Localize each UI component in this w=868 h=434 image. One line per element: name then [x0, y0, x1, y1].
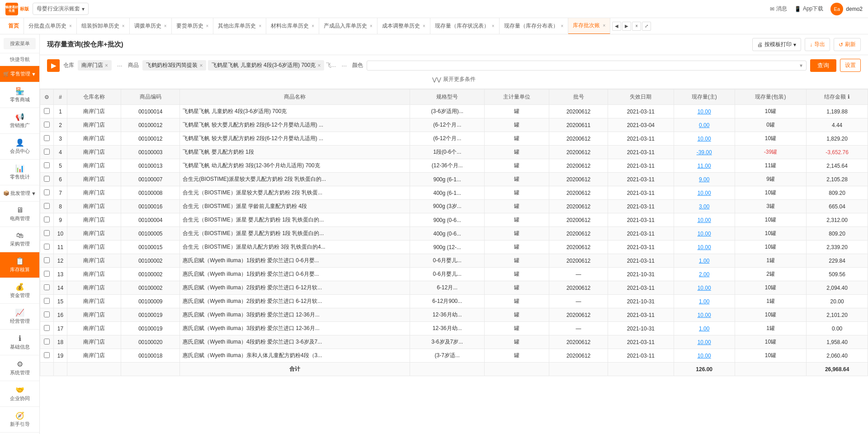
tab-close-all-button[interactable]: × [632, 22, 641, 31]
tab-组装拆卸单历史[interactable]: 组装拆卸单历史 × [77, 18, 130, 34]
user-area[interactable]: Ea demo2 [830, 3, 863, 15]
tab-现存量库存分布表[interactable]: 现存量（库存分布表） × [500, 18, 569, 34]
row-qty-main[interactable]: 10.00 [674, 308, 735, 322]
row-checkbox[interactable] [44, 162, 50, 168]
row-checkbox[interactable] [44, 230, 50, 236]
sidebar-item-marketing[interactable]: 📢 营销推广 [0, 108, 39, 134]
row-checkbox[interactable] [44, 108, 50, 114]
row-gear[interactable] [40, 254, 54, 268]
sidebar-item-corp[interactable]: 🤝 企业协同 [0, 381, 39, 407]
row-gear[interactable] [40, 200, 54, 213]
row-gear[interactable] [40, 173, 54, 186]
tab-产成品入库单历史[interactable]: 产成品入库单历史 × [319, 18, 377, 34]
tab-现存量库存状况表[interactable]: 现存量（库存状况表） × [430, 18, 500, 34]
row-checkbox[interactable] [44, 149, 50, 155]
row-qty-main[interactable]: 3.00 [674, 200, 735, 213]
row-checkbox[interactable] [44, 339, 50, 344]
tab-close-icon[interactable]: × [259, 24, 261, 28]
row-qty-main[interactable]: -39.00 [674, 146, 735, 159]
row-checkbox[interactable] [44, 284, 50, 290]
sidebar-item-basic[interactable]: ℹ 基础信息 [0, 330, 39, 355]
filter-expand-button[interactable]: ▶ [47, 59, 60, 72]
row-qty-main[interactable]: 10.00 [674, 349, 735, 363]
row-gear[interactable] [40, 281, 54, 295]
expand-more-button[interactable]: ⋁⋁ 展开更多条件 [47, 74, 861, 85]
row-qty-main[interactable]: 11.00 [674, 159, 735, 173]
tab-close-icon[interactable]: × [206, 24, 209, 28]
tab-close-icon[interactable]: × [69, 24, 72, 28]
settings-button[interactable]: 设置 [840, 59, 861, 72]
tab-成本调整单历史[interactable]: 成本调整单历史 × [377, 18, 430, 34]
tab-close-icon[interactable]: × [492, 24, 495, 28]
sidebar-item-inventory[interactable]: 📋 库存核算 [0, 252, 39, 278]
row-qty-main[interactable]: 10.00 [674, 213, 735, 227]
row-gear[interactable] [40, 105, 54, 118]
sidebar-item-stats[interactable]: 📊 零售统计 [0, 160, 39, 185]
template-print-button[interactable]: 🖨 按模板打印 ▾ [752, 38, 801, 51]
product-more-dots[interactable]: ··· [340, 62, 349, 69]
row-gear[interactable] [40, 146, 54, 159]
sidebar-item-purchase[interactable]: 🛍 采购管理 [0, 227, 39, 252]
row-qty-main[interactable]: 10.00 [674, 186, 735, 200]
sidebar-item-mall[interactable]: 🏪 零售商城 [0, 82, 39, 108]
row-checkbox[interactable] [44, 352, 50, 358]
warehouse-more[interactable]: ··· [115, 62, 124, 69]
row-qty-main[interactable]: 1.00 [674, 254, 735, 268]
org-selector[interactable]: 母婴行业演示账套 ▾ [33, 3, 89, 15]
tab-home[interactable]: 首页 [4, 18, 24, 34]
row-qty-main[interactable]: 0.00 [674, 118, 735, 132]
row-gear[interactable] [40, 227, 54, 241]
row-qty-main[interactable]: 10.00 [674, 105, 735, 118]
color-dropdown[interactable]: ▾ [367, 61, 807, 71]
tab-分批盘点单历史[interactable]: 分批盘点单历史 × [24, 18, 77, 34]
row-gear[interactable] [40, 308, 54, 322]
product-tag-close-0[interactable]: × [199, 62, 203, 69]
tab-调拨单历史[interactable]: 调拨单历史 × [130, 18, 172, 34]
export-button[interactable]: ↓ 导出 [805, 38, 830, 51]
row-checkbox[interactable] [44, 189, 50, 195]
tab-材料出库单历史[interactable]: 材料出库单历史 × [266, 18, 319, 34]
row-qty-main[interactable]: 10.00 [674, 241, 735, 254]
product-tag-close-1[interactable]: × [317, 62, 321, 69]
row-checkbox[interactable] [44, 217, 50, 222]
row-checkbox[interactable] [44, 176, 50, 182]
row-gear[interactable] [40, 241, 54, 254]
row-gear[interactable] [40, 349, 54, 363]
row-checkbox[interactable] [44, 203, 50, 209]
row-gear[interactable] [40, 132, 54, 146]
tab-要货单历史[interactable]: 要货单历史 × [172, 18, 214, 34]
row-checkbox[interactable] [44, 311, 50, 317]
row-checkbox[interactable] [44, 325, 50, 331]
row-qty-main[interactable]: 9.00 [674, 173, 735, 186]
tab-close-icon[interactable]: × [311, 24, 314, 28]
product-filter-more[interactable]: 飞... [326, 61, 336, 69]
row-qty-main[interactable]: 10.00 [674, 281, 735, 295]
messages-button[interactable]: ✉ 消息 [770, 5, 787, 13]
tab-close-icon[interactable]: × [370, 24, 373, 28]
sidebar-item-ecommerce[interactable]: 🖥 电商管理 [0, 202, 39, 227]
tab-库存批次账[interactable]: 库存批次账 × [568, 18, 610, 34]
row-qty-main[interactable]: 1.00 [674, 295, 735, 308]
row-checkbox[interactable] [44, 257, 50, 263]
row-checkbox[interactable] [44, 298, 50, 304]
tab-close-icon[interactable]: × [603, 23, 605, 28]
row-qty-main[interactable]: 1.00 [674, 322, 735, 335]
row-gear[interactable] [40, 186, 54, 200]
row-gear[interactable] [40, 118, 54, 132]
row-qty-main[interactable]: 2.00 [674, 268, 735, 281]
row-gear[interactable] [40, 213, 54, 227]
quick-nav-button[interactable]: 快捷导航 [0, 53, 39, 66]
search-menu-button[interactable]: 搜索菜单 [4, 38, 36, 49]
row-checkbox[interactable] [44, 122, 50, 127]
row-checkbox[interactable] [44, 271, 50, 277]
sidebar-item-guide[interactable]: 🧭 新手引导 [0, 407, 39, 433]
tab-maximize-button[interactable]: ⤢ [642, 22, 651, 31]
row-qty-main[interactable]: 10.00 [674, 227, 735, 241]
tab-close-icon[interactable]: × [164, 24, 167, 28]
row-checkbox[interactable] [44, 244, 50, 250]
row-qty-main[interactable]: 10.00 [674, 132, 735, 146]
row-gear[interactable] [40, 295, 54, 308]
download-button[interactable]: 📱 App下载 [794, 5, 823, 13]
sidebar-item-wholesale[interactable]: 📦 批发管理 ▼ [0, 185, 39, 202]
tab-next-button[interactable]: ▶ [622, 22, 631, 31]
